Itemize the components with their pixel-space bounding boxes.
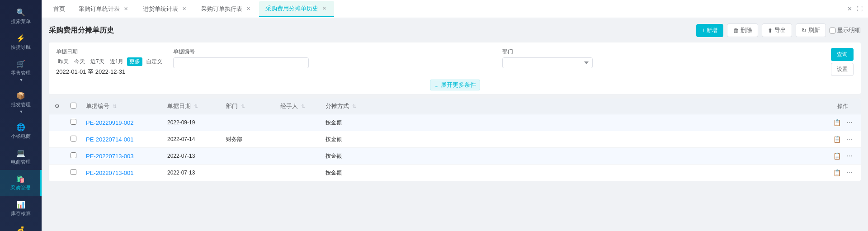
toolbar: + 新增 🗑 删除 ⬆ 导出 ↻ 刷新 显示明细 [696,24,861,37]
sidebar-item-finance[interactable]: 💰 资金管理 [0,222,42,231]
col-setting[interactable]: ⚙ [49,99,65,114]
tab-home[interactable]: 首页 [47,1,71,17]
show-columns-checkbox[interactable] [830,28,835,33]
refresh-icon: ↻ [802,27,807,34]
delete-button[interactable]: 🗑 删除 [727,24,758,37]
show-columns-toggle[interactable]: 显示明细 [830,26,861,34]
more-icon-1[interactable]: ⋯ [845,135,854,144]
tab-close-purchase-order-stats[interactable]: ✕ [123,5,129,12]
maximize-window-icon[interactable]: ⛶ [857,5,863,12]
sort-doc-no-icon: ⇅ [113,104,117,109]
sidebar-item-ecommerce[interactable]: 💻 电商管理 [0,144,42,170]
row-handler-1 [276,131,321,148]
view-icon-0[interactable]: 📋 [832,118,842,127]
expand-more-row: ⌄ 展开更多条件 [56,80,854,90]
shortcut-1month[interactable]: 近1月 [108,57,126,66]
view-icon-1[interactable]: 📋 [832,135,842,144]
row-handler-0 [276,114,321,131]
row-date-0: 2022-09-19 [163,114,222,131]
view-icon-3[interactable]: 📋 [832,168,842,177]
more-icon-0[interactable]: ⋯ [845,118,854,127]
col-dept[interactable]: 部门 ⇅ [222,99,276,114]
shortcut-7days[interactable]: 近7天 [89,57,106,66]
tab-bar: 首页采购订单统计表✕进货单统计表✕采购订单执行表✕采购费用分摊单历史✕ ✕ ⛶ [42,0,868,18]
xiaopang-icon: 🌐 [16,123,25,132]
tab-close-goods-entry-stats[interactable]: ✕ [181,5,188,12]
add-button[interactable]: + 新增 [696,24,723,37]
sidebar-label-purchase: 采购管理 [10,184,30,191]
dept-select[interactable]: 财务部 [502,57,593,68]
col-action: 操作 [825,99,861,114]
shortcut-today[interactable]: 今天 [72,57,87,66]
select-all-checkbox[interactable] [71,103,76,108]
purchase-icon: 🛍️ [16,174,25,183]
doc-no-link-3[interactable]: PE-20220713-001 [86,170,134,176]
view-icon-2[interactable]: 📋 [832,151,842,160]
doc-no-link-2[interactable]: PE-20220713-003 [86,153,134,160]
tab-label-purchase-order-stats: 采购订单统计表 [79,5,120,13]
query-button[interactable]: 查询 [831,48,854,61]
row-method-2: 按金额 [321,148,825,165]
settings-button[interactable]: 设置 [831,63,854,76]
col-checkbox [65,99,81,114]
sidebar-item-search[interactable]: 🔍 搜索菜单 [0,4,42,29]
refresh-button[interactable]: ↻ 刷新 [796,24,826,37]
tab-label-purchase-order-exec: 采购订单执行表 [201,5,242,13]
row-dept-3 [222,165,276,181]
export-icon: ⬆ [768,27,773,34]
arrow-icon: ▼ [19,109,24,114]
doc-no-input[interactable] [173,57,309,68]
tab-purchase-cost-split[interactable]: 采购费用分摊单历史✕ [259,1,334,17]
content-area: 采购费用分摊单历史 + 新增 🗑 删除 ⬆ 导出 ↻ 刷新 显示明细 [42,18,868,231]
col-method[interactable]: 分摊方式 ⇅ [321,99,825,114]
row-dept-1: 财务部 [222,131,276,148]
tab-goods-entry-stats[interactable]: 进货单统计表✕ [137,1,194,17]
tab-close-purchase-cost-split[interactable]: ✕ [321,5,328,12]
row-checkbox-cell-3 [65,165,81,181]
dept-field: 部门 财务部 [502,48,822,68]
sidebar-item-quick-nav[interactable]: ⚡ 快捷导航 [0,29,42,55]
row-doc-no-2: PE-20220713-003 [81,148,163,165]
more-icon-2[interactable]: ⋯ [845,151,854,160]
row-action-3: 📋 ⋯ [825,165,861,181]
col-handler[interactable]: 经手人 ⇅ [276,99,321,114]
sidebar-item-xiaopang[interactable]: 🌐 小畅电商 [0,118,42,144]
doc-no-link-0[interactable]: PE-20220919-002 [86,119,134,126]
expand-more-button[interactable]: ⌄ 展开更多条件 [430,80,480,90]
tab-label-goods-entry-stats: 进货单统计表 [143,5,178,13]
col-doc-no[interactable]: 单据编号 ⇅ [81,99,163,114]
row-checkbox-cell-1 [65,131,81,148]
tab-purchase-order-exec[interactable]: 采购订单执行表✕ [195,1,258,17]
shortcut-custom[interactable]: 自定义 [144,57,164,66]
page-title: 采购费用分摊单历史 [49,26,114,35]
row-checkbox-2[interactable] [71,152,76,158]
row-date-2: 2022-07-13 [163,148,222,165]
table-row: PE-20220714-001 2022-07-14 财务部 按金额 📋 ⋯ [49,131,861,148]
row-doc-no-3: PE-20220713-001 [81,165,163,181]
sidebar-item-wholesale[interactable]: 📦 批发管理 ▼ [0,87,42,118]
row-checkbox-0[interactable] [71,119,76,125]
tab-close-purchase-order-exec[interactable]: ✕ [245,5,252,12]
export-button[interactable]: ⬆ 导出 [762,24,792,37]
tab-label-purchase-cost-split: 采购费用分摊单历史 [265,5,318,13]
shortcut-more[interactable]: 更多 [127,57,142,66]
table-body: PE-20220919-002 2022-09-19 按金额 📋 ⋯ PE-20… [49,114,861,181]
sidebar-item-inventory[interactable]: 📊 库存核算 [0,196,42,222]
close-window-icon[interactable]: ✕ [847,5,852,12]
table-row: PE-20220919-002 2022-09-19 按金额 📋 ⋯ [49,114,861,131]
tab-purchase-order-stats[interactable]: 采购订单统计表✕ [72,1,136,17]
col-date[interactable]: 单据日期 ⇅ [163,99,222,114]
row-action-1: 📋 ⋯ [825,131,861,148]
row-checkbox-1[interactable] [71,136,76,141]
more-icon-3[interactable]: ⋯ [845,168,854,177]
tab-label-home: 首页 [53,5,65,13]
row-method-3: 按金额 [321,165,825,181]
sidebar-item-retail[interactable]: 🛒 零售管理 ▼ [0,55,42,87]
row-checkbox-3[interactable] [71,169,76,175]
search-actions: 查询 设置 [831,48,854,76]
doc-no-link-1[interactable]: PE-20220714-001 [86,136,134,143]
sidebar: 🔍 搜索菜单 ⚡ 快捷导航 🛒 零售管理 ▼ 📦 批发管理 ▼ 🌐 小畅电商 💻… [0,0,42,231]
shortcut-yesterday[interactable]: 昨天 [56,57,71,66]
sidebar-item-purchase[interactable]: 🛍️ 采购管理 [0,170,42,196]
row-action-2: 📋 ⋯ [825,148,861,165]
